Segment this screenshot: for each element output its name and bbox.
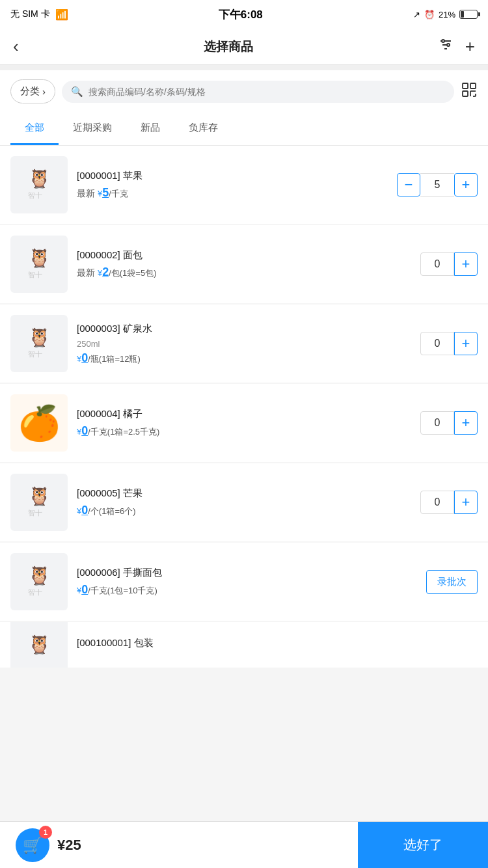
product-price: ¥0/千克(1包=10千克) bbox=[77, 583, 417, 597]
products-list: 🦉 智十 [0000001] 苹果 最新 ¥5/千克 − + 🦉 智十 bbox=[0, 146, 488, 668]
product-info: [0000005] 芒果 ¥0/个(1箱=6个) bbox=[77, 487, 411, 517]
svg-rect-5 bbox=[463, 83, 468, 88]
page-title: 选择商品 bbox=[204, 38, 253, 55]
qty-input[interactable] bbox=[420, 411, 454, 435]
brand-label: 智十 bbox=[28, 349, 51, 359]
wifi-icon: 📶 bbox=[55, 8, 68, 21]
owl-icon: 🦉 bbox=[28, 170, 51, 188]
cart-badge: 1 bbox=[39, 826, 52, 839]
list-item: 🦉 智十 [0000003] 矿泉水 250ml ¥0/瓶(1箱=12瓶) + bbox=[0, 305, 488, 383]
qty-input[interactable] bbox=[420, 332, 454, 355]
nav-bar: ‹ 选择商品 + bbox=[0, 29, 488, 65]
qty-plus-button[interactable]: + bbox=[454, 411, 478, 435]
product-info: [0000001] 苹果 最新 ¥5/千克 bbox=[77, 170, 388, 200]
qty-control: + bbox=[420, 252, 478, 276]
filter-bar: 分类 › 🔍 bbox=[0, 70, 488, 113]
product-image: 🍊 bbox=[10, 394, 68, 452]
bottom-bar: 🛒 1 ¥25 选好了 bbox=[0, 821, 488, 868]
list-item: 🦉 智十 [0000001] 苹果 最新 ¥5/千克 − + bbox=[0, 146, 488, 224]
tab-negative-stock[interactable]: 负库存 bbox=[174, 113, 232, 145]
status-bar: 无 SIM 卡 📶 下午6:08 ↗ ⏰ 21% bbox=[0, 0, 488, 29]
brand-label: 智十 bbox=[28, 191, 51, 200]
search-box: 🔍 bbox=[62, 81, 454, 103]
qty-control: + bbox=[420, 411, 478, 435]
carrier-label: 无 SIM 卡 bbox=[10, 8, 50, 20]
product-info: [0000004] 橘子 ¥0/千克(1箱=2.5千克) bbox=[77, 408, 411, 438]
qty-only-plus: + bbox=[420, 252, 478, 276]
divider-1 bbox=[0, 65, 488, 70]
battery-icon bbox=[459, 10, 478, 19]
product-name: [0000002] 面包 bbox=[77, 249, 411, 262]
qty-plus-button[interactable]: + bbox=[454, 173, 478, 197]
tab-new[interactable]: 新品 bbox=[126, 113, 174, 145]
search-icon: 🔍 bbox=[71, 86, 83, 98]
qty-control: − + bbox=[397, 173, 478, 197]
svg-rect-6 bbox=[470, 83, 476, 88]
cart-button[interactable]: 🛒 1 bbox=[16, 828, 49, 862]
brand-label: 智十 bbox=[28, 508, 51, 518]
qty-input[interactable] bbox=[420, 252, 454, 276]
product-price: 最新 ¥5/千克 bbox=[77, 186, 388, 200]
owl-icon: 🦉 bbox=[28, 636, 51, 654]
list-item: 🦉 智十 [0000006] 手撕面包 ¥0/千克(1包=10千克) 录批次 bbox=[0, 543, 488, 621]
product-price: 最新 ¥2/包(1袋=5包) bbox=[77, 265, 411, 279]
category-button[interactable]: 分类 › bbox=[10, 79, 55, 103]
tab-recent[interactable]: 近期采购 bbox=[59, 113, 126, 145]
qty-plus-button[interactable]: + bbox=[454, 332, 478, 355]
qty-plus-button[interactable]: + bbox=[454, 252, 478, 276]
product-image: 🦉 智十 bbox=[10, 236, 68, 293]
battery-percent: 21% bbox=[439, 10, 455, 20]
alarm-icon: ⏰ bbox=[424, 10, 435, 20]
owl-icon: 🦉 bbox=[28, 487, 51, 506]
list-item: 🍊 [0000004] 橘子 ¥0/千克(1箱=2.5千克) + bbox=[0, 384, 488, 462]
status-time: 下午6:08 bbox=[219, 7, 263, 22]
product-name: [0000005] 芒果 bbox=[77, 487, 411, 500]
product-info: [0000006] 手撕面包 ¥0/千克(1包=10千克) bbox=[77, 567, 417, 597]
category-arrow: › bbox=[42, 86, 46, 97]
product-name: [0000004] 橘子 bbox=[77, 408, 411, 420]
product-price: ¥0/瓶(1箱=12瓶) bbox=[77, 351, 411, 365]
back-button[interactable]: ‹ bbox=[13, 36, 19, 57]
product-name: [000100001] 包装 bbox=[77, 637, 478, 649]
owl-icon: 🦉 bbox=[28, 249, 51, 267]
location-icon: ↗ bbox=[413, 10, 420, 20]
fruit-image: 🍊 bbox=[18, 394, 61, 452]
list-item: 🦉 [000100001] 包装 bbox=[0, 622, 488, 668]
svg-point-3 bbox=[442, 40, 444, 42]
product-spec: 250ml bbox=[77, 339, 411, 349]
add-icon[interactable]: + bbox=[465, 36, 475, 57]
product-image: 🦉 智十 bbox=[10, 315, 68, 372]
qty-only-plus: + bbox=[420, 491, 478, 514]
list-item: 🦉 智十 [0000005] 芒果 ¥0/个(1箱=6个) + bbox=[0, 463, 488, 541]
qty-input[interactable] bbox=[420, 491, 454, 514]
batch-record-button[interactable]: 录批次 bbox=[426, 570, 478, 594]
qty-only-plus: + bbox=[420, 411, 478, 435]
category-label: 分类 bbox=[20, 85, 40, 98]
list-item: 🦉 智十 [0000002] 面包 最新 ¥2/包(1袋=5包) + bbox=[0, 225, 488, 303]
owl-icon: 🦉 bbox=[28, 329, 51, 347]
search-input[interactable] bbox=[88, 87, 445, 97]
product-name: [0000006] 手撕面包 bbox=[77, 567, 417, 579]
owl-icon: 🦉 bbox=[28, 567, 51, 585]
confirm-button[interactable]: 选好了 bbox=[358, 822, 488, 869]
qty-input[interactable] bbox=[420, 173, 454, 197]
product-price: ¥0/个(1箱=6个) bbox=[77, 504, 411, 517]
product-image: 🦉 智十 bbox=[10, 474, 68, 531]
qty-minus-button[interactable]: − bbox=[397, 173, 420, 197]
tabs-bar: 全部 近期采购 新品 负库存 bbox=[0, 113, 488, 146]
brand-label: 智十 bbox=[28, 270, 51, 280]
qty-plus-button[interactable]: + bbox=[454, 491, 478, 514]
product-info: [0000002] 面包 最新 ¥2/包(1袋=5包) bbox=[77, 249, 411, 279]
product-name: [0000001] 苹果 bbox=[77, 170, 388, 182]
cart-section: 🛒 1 ¥25 bbox=[0, 828, 358, 862]
product-image: 🦉 智十 bbox=[10, 553, 68, 610]
product-info: [0000003] 矿泉水 250ml ¥0/瓶(1箱=12瓶) bbox=[77, 323, 411, 365]
product-image: 🦉 bbox=[10, 622, 68, 668]
product-name: [0000003] 矿泉水 bbox=[77, 323, 411, 335]
filter-icon[interactable] bbox=[438, 37, 454, 57]
scan-icon[interactable] bbox=[461, 81, 478, 102]
tab-all[interactable]: 全部 bbox=[10, 113, 59, 145]
qty-only-plus: + bbox=[420, 332, 478, 355]
svg-point-4 bbox=[447, 44, 450, 46]
cart-total: ¥25 bbox=[57, 837, 81, 854]
